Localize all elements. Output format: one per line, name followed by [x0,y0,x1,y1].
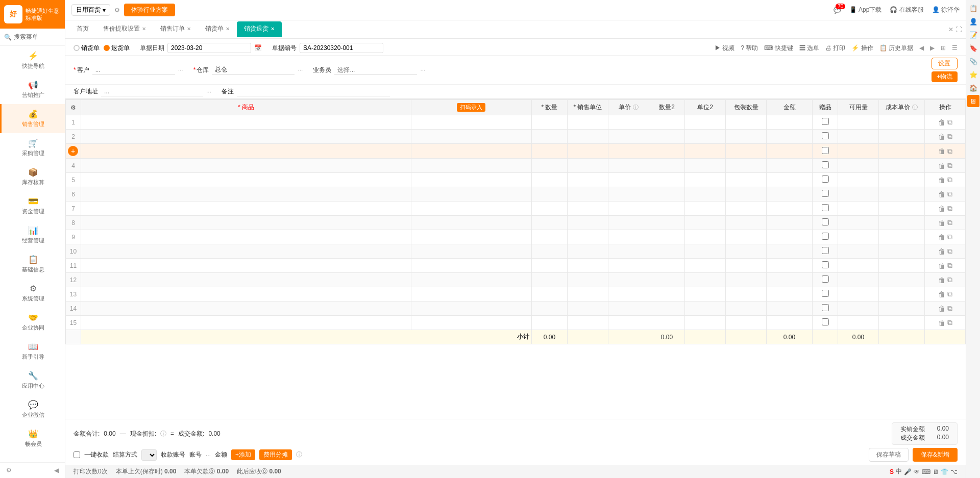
sidebar-item-sales[interactable]: 💰 销售管理 [0,104,65,133]
sidebar-item-apps[interactable]: 🔧 应用中心 [0,366,65,395]
copy-row-icon[interactable]: ⧉ [947,290,952,298]
sidebar-item-purchase[interactable]: 🛒 采购管理 [0,133,65,162]
right-icon-3[interactable]: 📝 [967,29,979,41]
tab-sales-return-close[interactable]: ✕ [271,26,275,32]
tab-price-settings[interactable]: 售价提取设置 ✕ [96,21,153,37]
sidebar-item-wechat[interactable]: 💬 企业微信 [0,395,65,424]
amount-cell[interactable] [767,130,813,144]
amount-cell[interactable] [767,115,813,130]
copy-row-icon[interactable]: ⧉ [947,304,952,313]
collapse-icon[interactable]: ◀ [54,467,59,474]
unit2-cell[interactable] [685,130,726,144]
unit2-cell[interactable] [685,115,726,130]
right-icon-7[interactable]: 🏠 [967,82,979,94]
sidebar-item-operations[interactable]: 📊 经营管理 [0,220,65,249]
gift-checkbox[interactable] [822,261,829,268]
list-view-icon[interactable]: ☰ [952,44,958,52]
copy-row-icon[interactable]: ⧉ [947,247,952,256]
toolbar-help[interactable]: ? 帮助 [741,44,758,53]
search-menu[interactable]: 🔍 搜索菜单 [0,29,65,46]
sidebar-item-system[interactable]: ⚙ 系统管理 [0,279,65,308]
unit2-cell[interactable] [685,144,726,159]
mic-icon[interactable]: 🎤 [904,468,912,475]
copy-row-icon[interactable]: ⧉ [947,147,952,156]
delete-row-icon[interactable]: 🗑 [938,118,945,127]
set-btn[interactable]: 设置 [932,58,958,69]
tab-price-settings-close[interactable]: ✕ [142,26,146,32]
sidebar-item-basic[interactable]: 📋 基础信息 [0,249,65,279]
toolbar-shortcut[interactable]: ⌨ 快捷键 [764,44,793,53]
next-record-icon[interactable]: ▶ [930,44,935,52]
delete-row-icon[interactable]: 🗑 [938,147,945,155]
copy-row-icon[interactable]: ⧉ [947,275,952,284]
gift-checkbox[interactable] [822,290,829,297]
copy-row-icon[interactable]: ⧉ [947,175,952,184]
save-draft-btn[interactable]: 保存草稿 [869,448,909,462]
gift-checkbox[interactable] [822,175,829,183]
copy-row-icon[interactable]: ⧉ [947,261,952,270]
gift-checkbox[interactable] [822,132,829,139]
unit-cell[interactable] [568,115,608,130]
add-row-btn[interactable]: + [68,146,78,156]
avail-cell[interactable] [838,115,879,130]
tab-home[interactable]: 首页 [69,21,96,37]
message-btn[interactable]: 💬 70 [834,7,841,14]
customer-select-btn[interactable]: ··· [178,66,183,73]
delete-row-icon[interactable]: 🗑 [938,247,945,256]
gift-checkbox[interactable] [822,147,829,154]
delete-row-icon[interactable]: 🗑 [938,305,945,313]
qty-cell[interactable] [532,115,568,130]
gift-checkbox[interactable] [822,247,829,254]
avail-cell[interactable] [838,130,879,144]
account-select-btn[interactable]: ··· [206,451,211,459]
customer-input[interactable] [92,65,175,75]
salesperson-input[interactable] [334,65,417,75]
warehouse-input[interactable] [212,65,295,75]
docno-input[interactable] [300,43,383,53]
toolbar-video[interactable]: ▶ 视频 [715,44,734,53]
product-cell[interactable] [81,144,411,159]
barcode-btn[interactable]: 扫码录入 [457,103,485,112]
sidebar-item-member[interactable]: 👑 畅会员 [0,424,65,453]
qty-cell[interactable] [532,144,568,159]
qty-cell[interactable] [532,130,568,144]
delete-row-icon[interactable]: 🗑 [938,205,945,213]
copy-row-icon[interactable]: ⧉ [947,118,952,127]
right-icon-2[interactable]: 👤 [967,15,979,28]
category-select[interactable]: 日用百货 ▾ [71,4,110,16]
tab-sales-order[interactable]: 销售订单 ✕ [153,21,198,37]
delete-row-icon[interactable]: 🗑 [938,319,945,327]
amount-cell[interactable] [767,144,813,159]
delete-row-icon[interactable]: 🗑 [938,276,945,284]
sidebar-item-shortcut[interactable]: ⚡ 快捷导航 [0,46,65,75]
delete-row-icon[interactable]: 🗑 [938,162,945,170]
settings-icon[interactable]: ⚙ [6,467,12,474]
right-icon-8[interactable]: 🖥 [967,95,979,107]
pack-cell[interactable] [726,144,767,159]
tab-sales-order-close[interactable]: ✕ [187,26,191,32]
unit-cell[interactable] [568,144,608,159]
sidebar-item-guide[interactable]: 📖 新手引导 [0,337,65,366]
tab-sales-bill[interactable]: 销货单 ✕ [198,21,237,37]
copy-row-icon[interactable]: ⧉ [947,218,952,227]
prev-record-icon[interactable]: ◀ [919,44,924,52]
delete-row-icon[interactable]: 🗑 [938,190,945,198]
gift-checkbox[interactable] [822,304,829,311]
online-service-link[interactable]: 🎧 在线客服 [890,6,923,14]
right-icon-1[interactable]: 📋 [967,2,979,14]
code-icon[interactable]: ⌥ [950,468,958,475]
price-cell[interactable] [608,144,649,159]
keyboard-icon[interactable]: ⌨ [922,468,930,475]
add-payment-btn[interactable]: +添加 [231,449,255,460]
experience-btn[interactable]: 体验行业方案 [124,4,175,16]
pack-cell[interactable] [726,130,767,144]
gift-checkbox[interactable] [822,118,829,125]
copy-row-icon[interactable]: ⧉ [947,233,952,241]
right-icon-6[interactable]: ⭐ [967,68,979,81]
delete-row-icon[interactable]: 🗑 [938,233,945,241]
avail-cell[interactable] [838,144,879,159]
delete-row-icon[interactable]: 🗑 [938,262,945,270]
cost-cell[interactable] [879,115,925,130]
qty2-cell[interactable] [649,144,685,159]
radio-sales-bill[interactable]: 销货单 [74,44,100,53]
